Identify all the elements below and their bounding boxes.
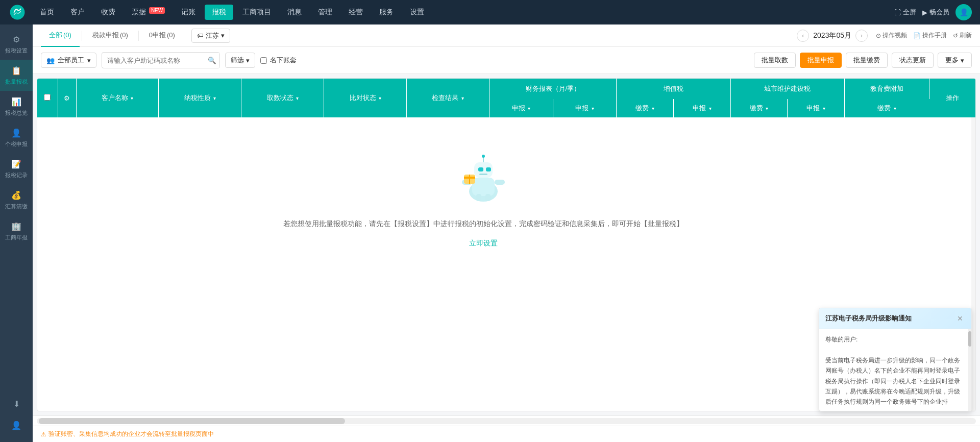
sidebar-item-tax-settings[interactable]: ⚙ 报税设置: [0, 29, 33, 60]
nav-item-home[interactable]: 首页: [33, 5, 61, 20]
svg-rect-4: [478, 167, 483, 171]
settlement-icon: 💰: [11, 189, 22, 201]
sidebar-item-personal-tax[interactable]: 👤 个税申报: [0, 122, 33, 153]
sidebar-item-settlement[interactable]: 💰 汇算清缴: [0, 184, 33, 215]
select-all-checkbox[interactable]: [44, 94, 51, 101]
financial-report-header: 财务报表（月/季）: [489, 79, 617, 99]
filter-icon: ▾: [379, 95, 381, 101]
nav-item-tax[interactable]: 报税: [205, 5, 233, 20]
filter-button[interactable]: 筛选 ▾: [225, 53, 255, 68]
fetch-status-header: 取数状态 ▾: [241, 79, 324, 117]
nav-item-service[interactable]: 服务: [372, 5, 401, 20]
search-input[interactable]: [102, 54, 204, 67]
name-accounts-checkbox[interactable]: [260, 57, 267, 64]
settings-header[interactable]: ⚙: [58, 79, 76, 117]
compare-status-header: 比对状态 ▾: [324, 79, 407, 117]
avatar[interactable]: 👤: [955, 4, 972, 20]
status-update-button[interactable]: 状态更新: [892, 53, 934, 68]
fullscreen-button[interactable]: ⛶ 全屏: [894, 8, 916, 17]
province-icon: 🏷: [197, 32, 204, 39]
bottom-scrollbar-wrapper: [33, 415, 980, 426]
tab-zero-count: (0): [167, 31, 175, 39]
nav-item-message[interactable]: 消息: [280, 5, 309, 20]
toolbar-right: 批量取数 批量申报 批量缴费 状态更新 更多 ▾: [754, 53, 972, 68]
content-area: 全部 (0) 税款申报 (0) 0申报 (0) 🏷 江苏 ▾ ‹ 2023年05…: [33, 24, 980, 442]
nav-item-billing[interactable]: 收费: [94, 5, 122, 20]
tab-all[interactable]: 全部 (0): [41, 24, 80, 47]
month-nav: ‹ 2023年05月 ›: [797, 30, 868, 42]
tab-all-count: (0): [63, 31, 71, 39]
svg-rect-10: [495, 180, 505, 185]
batch-fetch-button[interactable]: 批量取数: [754, 53, 796, 68]
fullscreen-icon: ⛶: [894, 9, 901, 16]
filter-icon: ▾: [894, 106, 896, 111]
video-icon: ⊙: [876, 32, 881, 39]
batch-declare-button[interactable]: 批量申报: [800, 53, 842, 68]
sidebar-item-profile[interactable]: 👤: [0, 414, 33, 436]
customer-name-header: 客户名称 ▾: [76, 79, 159, 117]
refresh-action[interactable]: ↺ 刷新: [953, 31, 972, 40]
tax-settings-icon: ⚙: [11, 34, 22, 45]
tab-declare[interactable]: 税款申报 (0): [84, 24, 136, 47]
bottom-bar-text: 验证账密、采集信息均成功的企业才会流转至批量报税页面中: [48, 430, 214, 438]
setup-link[interactable]: 立即设置: [469, 239, 498, 248]
svg-point-8: [482, 155, 485, 158]
name-accounts-checkbox-label[interactable]: 名下账套: [260, 56, 297, 65]
search-icon: 🔍: [208, 57, 216, 64]
sidebar-item-download[interactable]: ⬇: [0, 393, 33, 414]
batch-pay-button[interactable]: 批量缴费: [846, 53, 888, 68]
svg-rect-6: [479, 174, 487, 175]
empty-state: 若您想使用批量报税功能，请先在【报税设置】中进行报税的初始化设置，完成密码验证和…: [37, 117, 929, 279]
bottom-scrollbar-thumb: [39, 418, 345, 424]
bottom-scrollbar-track[interactable]: [37, 418, 976, 424]
sidebar-item-tax-records[interactable]: 📝 报税记录: [0, 153, 33, 184]
financial-declare-header: 申报 ▾: [489, 99, 553, 117]
manual-action[interactable]: 📄 操作手册: [913, 31, 947, 40]
province-selector[interactable]: 🏷 江苏 ▾: [191, 29, 230, 43]
sidebar-item-annual-report[interactable]: 🏢 工商年报: [0, 215, 33, 247]
filter-icon: ▾: [213, 95, 216, 101]
nav-item-invoice[interactable]: 票据 NEW: [125, 5, 172, 20]
operation-header: 操作: [929, 79, 975, 117]
logo: [8, 3, 27, 21]
svg-rect-5: [486, 167, 491, 171]
sidebar: ⚙ 报税设置 📋 批量报税 📊 报税总览 👤 个税申报 📝 报税记录 💰 汇算清…: [0, 24, 33, 442]
search-button[interactable]: 🔍: [204, 53, 219, 68]
tab-divider-2: [138, 31, 139, 41]
next-month-button[interactable]: ›: [855, 30, 868, 42]
avatar-icon: 👤: [960, 8, 968, 16]
filter-icon: ▾: [823, 106, 825, 111]
sidebar-item-batch-tax[interactable]: 📋 批量报税: [0, 60, 33, 91]
filter-icon: ▾: [528, 106, 530, 111]
member-button[interactable]: ▶ 畅会员: [922, 8, 949, 17]
prev-month-button[interactable]: ‹: [797, 30, 809, 42]
nav-item-accounting[interactable]: 记账: [174, 5, 203, 20]
robot-illustration: [453, 148, 514, 209]
nav-item-operation[interactable]: 经营: [341, 5, 370, 20]
filter-icon: ▾: [461, 95, 464, 101]
notification-body: 尊敬的用户: 受当前电子税务局进一步升级的影响，同一个政务网账号（办税人）名下的…: [819, 329, 971, 411]
sidebar-item-tax-overview[interactable]: 📊 报税总览: [0, 91, 33, 122]
employee-select[interactable]: 👥 全部员工 ▾: [41, 53, 96, 68]
more-button[interactable]: 更多 ▾: [938, 53, 972, 68]
city-tax-header: 城市维护建设税: [730, 79, 844, 99]
city-pay-header: 缴费 ▾: [730, 99, 788, 117]
main-layout: ⚙ 报税设置 📋 批量报税 📊 报税总览 👤 个税申报 📝 报税记录 💰 汇算清…: [0, 24, 980, 442]
vat-pay-header: 缴费 ▾: [617, 99, 674, 117]
search-box: 🔍: [102, 52, 220, 68]
filter-icon: ▾: [709, 106, 712, 111]
sidebar-bottom: ⬇ 👤: [0, 393, 33, 442]
nav-item-business[interactable]: 工商项目: [235, 5, 278, 20]
checkbox-header[interactable]: [37, 79, 58, 117]
svg-rect-2: [472, 178, 495, 196]
nav-item-settings[interactable]: 设置: [403, 5, 431, 20]
video-action[interactable]: ⊙ 操作视频: [876, 31, 907, 40]
nav-item-customer[interactable]: 客户: [63, 5, 92, 20]
nav-item-manage[interactable]: 管理: [311, 5, 339, 20]
notification-scroll-indicator[interactable]: [968, 329, 971, 411]
new-badge: NEW: [149, 7, 165, 14]
notification-close-button[interactable]: ✕: [955, 313, 965, 324]
chevron-down-icon: ▾: [246, 57, 250, 64]
table-scrollbar[interactable]: [971, 79, 975, 411]
tab-zero[interactable]: 0申报 (0): [141, 24, 183, 47]
